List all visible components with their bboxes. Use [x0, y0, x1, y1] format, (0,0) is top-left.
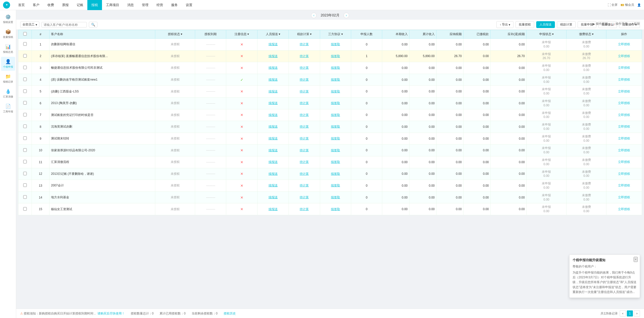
row-checkbox[interactable]	[23, 207, 27, 211]
header-checkbox[interactable]	[18, 30, 32, 39]
person-report-btn[interactable]: 人员报送	[536, 21, 555, 28]
row-tax-calc[interactable]: 待计算	[289, 74, 320, 86]
nav-tax[interactable]: 报税	[87, 0, 102, 10]
row-checkbox-cell[interactable]	[18, 109, 32, 121]
row-tax-calc[interactable]: 待计算	[289, 121, 320, 133]
row-third-party[interactable]: 续签取	[320, 62, 351, 74]
row-tax-calc[interactable]: 待计算	[289, 191, 320, 203]
row-action-cell[interactable]: 立即授权	[606, 191, 642, 203]
sidebar-item-personal-tax[interactable]: 👤 个税申报	[1, 57, 15, 71]
tax-calc-link[interactable]: 待计算	[300, 207, 309, 211]
row-checkbox-cell[interactable]	[18, 168, 32, 180]
row-third-party[interactable]: 续签取	[320, 180, 351, 192]
nav-reports[interactable]: 票报	[58, 0, 73, 10]
row-tax-calc[interactable]: 待计算	[289, 86, 320, 97]
row-tax-calc[interactable]: 待计算	[289, 109, 320, 121]
third-party-link[interactable]: 续签取	[331, 137, 340, 140]
prev-month-btn[interactable]: ‹	[311, 13, 317, 18]
third-party-link[interactable]: 续签取	[331, 207, 340, 211]
row-customer-name[interactable]: 汇算清缴流程	[49, 156, 155, 168]
history-link[interactable]: 授权历史	[224, 311, 236, 316]
tax-calc-link[interactable]: 待计算	[300, 42, 309, 46]
row-customer-name[interactable]: 张家港厚源针织品有限公司-2020	[49, 144, 155, 156]
row-customer-name[interactable]: 2013 (陶美芳-勿删)	[49, 97, 155, 109]
person-report-link[interactable]: 续报送	[269, 137, 278, 140]
header-tax-calc[interactable]: 税款计算 ▾	[289, 30, 320, 39]
person-report-link[interactable]: 续报送	[269, 125, 278, 128]
action-link[interactable]: 立即授权	[618, 54, 630, 58]
sidebar-item-tax-settings[interactable]: ⚙️ 报税设置	[1, 12, 15, 26]
row-person-report[interactable]: 续报送	[257, 86, 289, 97]
row-third-party[interactable]: 续签取	[320, 156, 351, 168]
action-link[interactable]: 立即授权	[618, 66, 630, 69]
row-third-party[interactable]: 续签取	[320, 74, 351, 86]
row-third-party[interactable]: 续签取	[320, 39, 351, 51]
row-checkbox-cell[interactable]	[18, 144, 32, 156]
row-tax-calc[interactable]: 待计算	[289, 97, 320, 109]
row-person-report[interactable]: 续报送	[257, 191, 289, 203]
person-report-link[interactable]: 续报送	[269, 78, 278, 81]
tax-calc-link[interactable]: 待计算	[300, 160, 309, 164]
tax-calc-link[interactable]: 待计算	[300, 66, 309, 69]
nav-settings[interactable]: 设置	[182, 0, 196, 10]
action-link[interactable]: 立即授权	[618, 125, 630, 128]
action-link[interactable]: 立即授权	[618, 101, 630, 105]
row-person-report[interactable]: 续报送	[257, 180, 289, 192]
third-party-link[interactable]: 续签取	[331, 42, 340, 46]
row-customer-name[interactable]: 测试期末结转	[49, 133, 155, 144]
row-checkbox-cell[interactable]	[18, 97, 32, 109]
row-action-cell[interactable]: 立即授权	[606, 203, 642, 215]
sidebar-item-annual-report[interactable]: 📄 工商年报	[1, 102, 15, 115]
search-button[interactable]: 🔍	[89, 22, 97, 28]
row-checkbox-cell[interactable]	[18, 86, 32, 97]
third-party-link[interactable]: 续签取	[331, 149, 340, 152]
nav-billing[interactable]: 收费	[43, 0, 58, 10]
third-party-link[interactable]: 续签取	[331, 113, 340, 117]
row-checkbox-cell[interactable]	[18, 50, 32, 62]
row-action-cell[interactable]: 立即授权	[606, 133, 642, 144]
row-customer-name[interactable]: 2013日记账 (不要删除哈，谢谢)	[49, 168, 155, 180]
tax-calc-link[interactable]: 待计算	[300, 54, 309, 58]
row-action-cell[interactable]: 立即授权	[606, 74, 642, 86]
action-link[interactable]: 立即授权	[618, 184, 630, 187]
row-checkbox[interactable]	[23, 66, 27, 69]
row-checkbox[interactable]	[23, 195, 27, 199]
row-checkbox-cell[interactable]	[18, 203, 32, 215]
next-page-btn[interactable]: ›	[634, 310, 640, 316]
row-third-party[interactable]: 续签取	[320, 97, 351, 109]
person-report-link[interactable]: 续报送	[269, 42, 278, 46]
employee-select[interactable]: 全部员工 ▾	[20, 21, 39, 28]
nav-accounting[interactable]: 记账	[73, 0, 87, 10]
row-person-report[interactable]: 续报送	[257, 97, 289, 109]
third-party-link[interactable]: 续签取	[331, 195, 340, 199]
header-third-party[interactable]: 三方协议 ▾	[320, 30, 351, 39]
row-tax-calc[interactable]: 待计算	[289, 62, 320, 74]
header-report-status[interactable]: 申报状态 ▾	[526, 30, 566, 39]
export-btn[interactable]: ↑ 导出 ▾	[496, 21, 513, 28]
action-link[interactable]: 立即授权	[618, 90, 630, 93]
person-report-link[interactable]: 续报送	[269, 90, 278, 93]
row-person-report[interactable]: 续报送	[257, 62, 289, 74]
row-action-cell[interactable]: 立即授权	[606, 168, 642, 180]
header-auth-status[interactable]: 授权状态 ▾	[155, 30, 195, 39]
action-link[interactable]: 立即授权	[618, 160, 630, 164]
row-action-cell[interactable]: 立即授权	[606, 39, 642, 51]
person-report-link[interactable]: 续报送	[269, 160, 278, 164]
row-tax-calc[interactable]: 待计算	[289, 39, 320, 51]
sidebar-item-settlement[interactable]: 💧 汇算清缴	[1, 87, 15, 101]
row-checkbox-cell[interactable]	[18, 156, 32, 168]
row-person-report[interactable]: 续报送	[257, 203, 289, 215]
person-report-link[interactable]: 续报送	[269, 184, 278, 187]
row-checkbox[interactable]	[23, 54, 27, 58]
third-party-link[interactable]: 续签取	[331, 101, 340, 105]
tax-calc-link[interactable]: 待计算	[300, 172, 309, 176]
row-tax-calc[interactable]: 待计算	[289, 50, 320, 62]
row-checkbox[interactable]	[23, 183, 27, 187]
row-checkbox-cell[interactable]	[18, 74, 32, 86]
nav-operations[interactable]: 经营	[152, 0, 167, 10]
row-third-party[interactable]: 续签取	[320, 144, 351, 156]
row-checkbox[interactable]	[23, 160, 27, 163]
action-link[interactable]: 立即授权	[618, 172, 630, 176]
row-action-cell[interactable]: 立即授权	[606, 121, 642, 133]
person-report-link[interactable]: 续报送	[269, 54, 278, 58]
